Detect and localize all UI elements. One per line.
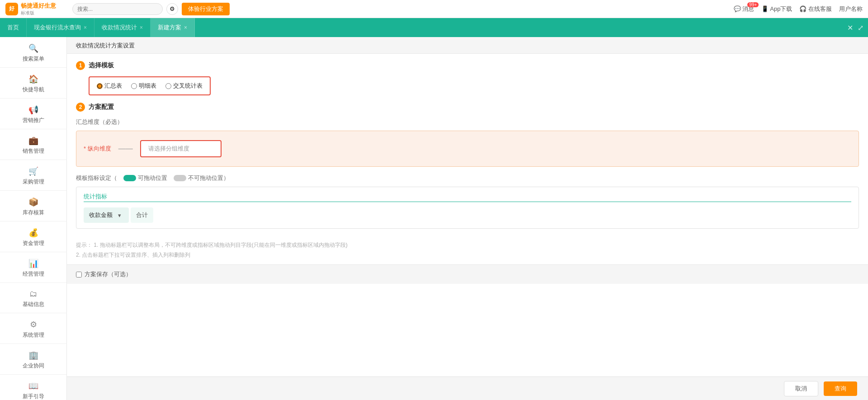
logo-area: 好 畅捷通好生意 标准版 bbox=[5, 2, 72, 16]
radio-detail-input[interactable] bbox=[131, 83, 137, 89]
system-icon: ⚙ bbox=[30, 320, 37, 329]
radio-cross-input[interactable] bbox=[165, 83, 171, 89]
sidebar-item-sales[interactable]: 💼 销售管理 bbox=[0, 129, 66, 160]
sidebar-item-home-label: 快捷导航 bbox=[23, 86, 44, 94]
home-icon: 🏠 bbox=[28, 74, 38, 84]
tab-cashflow-close[interactable]: × bbox=[84, 24, 87, 31]
sidebar-item-search-label: 搜索菜单 bbox=[23, 55, 44, 63]
step2-number: 2 bbox=[76, 103, 85, 112]
sidebar-item-management-label: 经营管理 bbox=[23, 270, 44, 278]
step1-label: 1 选择模板 bbox=[76, 61, 859, 70]
radio-detail-label: 明细表 bbox=[139, 82, 156, 90]
tab-newplan-label: 新建方案 bbox=[158, 24, 181, 32]
purchase-icon: 🛒 bbox=[28, 166, 38, 176]
page-header: 收款情况统计方案设置 bbox=[67, 37, 868, 54]
tab-home[interactable]: 首页 bbox=[0, 18, 27, 37]
dim-select-box[interactable]: 请选择分组维度 bbox=[140, 140, 222, 157]
sidebar-item-enterprise-label: 企业协同 bbox=[23, 362, 44, 370]
enterprise-icon: 🏢 bbox=[28, 350, 38, 360]
guide-icon: 📖 bbox=[28, 381, 38, 391]
tab-home-label: 首页 bbox=[7, 24, 19, 32]
search-icon: 🔍 bbox=[28, 43, 38, 53]
non-draggable-label: 不可拖动位置） bbox=[188, 174, 229, 182]
top-icon-group: 💬 99+ 消息 📱 App下载 🎧 在线客服 用户名称 bbox=[734, 5, 863, 13]
tab-cashflow[interactable]: 现金银行流水查询 × bbox=[27, 18, 94, 37]
marketing-icon: 📢 bbox=[28, 105, 38, 115]
sidebar-item-finance[interactable]: 💰 资金管理 bbox=[0, 221, 66, 252]
tab-receipt[interactable]: 收款情况统计 × bbox=[94, 18, 151, 37]
settings-button[interactable]: ⚙ bbox=[166, 3, 178, 15]
sidebar: 🔍 搜索菜单 🏠 快捷导航 📢 营销推广 💼 销售管理 🛒 采购管理 📦 库存核… bbox=[0, 37, 67, 400]
draggable-indicator bbox=[123, 175, 136, 181]
sidebar-item-purchase[interactable]: 🛒 采购管理 bbox=[0, 160, 66, 191]
sidebar-item-marketing[interactable]: 📢 营销推广 bbox=[0, 99, 66, 129]
vertical-dim-label: * 纵向维度 bbox=[84, 145, 111, 153]
page-wrap: 收款情况统计方案设置 1 选择模板 汇总表 明 bbox=[67, 37, 868, 376]
download-area[interactable]: 📱 App下载 bbox=[761, 5, 792, 13]
dim-arrow: —— bbox=[118, 145, 133, 153]
content-area: 收款情况统计方案设置 1 选择模板 汇总表 明 bbox=[67, 37, 868, 400]
radio-summary-input[interactable] bbox=[97, 83, 103, 89]
tab-receipt-label: 收款情况统计 bbox=[102, 24, 137, 32]
step2-title: 方案配置 bbox=[89, 103, 114, 111]
breadcrumb: 收款情况统计方案设置 bbox=[76, 42, 135, 49]
sidebar-item-inventory-label: 库存核算 bbox=[23, 209, 44, 216]
logo-badge: 标准版 bbox=[21, 10, 56, 16]
inventory-icon: 📦 bbox=[28, 197, 38, 207]
sidebar-item-system-label: 系统管理 bbox=[23, 331, 44, 339]
save-label: 方案保存（可选） bbox=[85, 270, 132, 278]
sidebar-item-system[interactable]: ⚙ 系统管理 bbox=[0, 313, 66, 344]
tab-maximize[interactable]: ⤢ bbox=[858, 24, 863, 32]
metric-section: 模板指标设定（ 可拖动位置 不可拖动位置） 统计指标 收款 bbox=[76, 174, 859, 229]
sidebar-item-basic[interactable]: 🗂 基础信息 bbox=[0, 283, 66, 313]
tab-newplan-close[interactable]: × bbox=[184, 24, 187, 31]
sidebar-item-guide[interactable]: 📖 新手引导 bbox=[0, 375, 66, 400]
tab-bar-actions: ✕ ⤢ bbox=[843, 18, 868, 37]
tab-newplan[interactable]: 新建方案 × bbox=[151, 18, 195, 37]
sidebar-item-finance-label: 资金管理 bbox=[23, 240, 44, 247]
metric-card-dropdown-icon[interactable]: ▾ bbox=[118, 208, 125, 222]
metric-sub: 合计 bbox=[131, 207, 153, 223]
search-input[interactable] bbox=[72, 3, 163, 15]
step1-section: 1 选择模板 汇总表 明细表 bbox=[67, 54, 868, 103]
template-radio-group: 汇总表 明细表 交叉统计表 bbox=[97, 82, 203, 90]
cancel-button[interactable]: 取消 bbox=[784, 381, 818, 396]
basic-icon: 🗂 bbox=[29, 289, 38, 299]
finance-icon: 💰 bbox=[28, 228, 38, 238]
sidebar-item-management[interactable]: 📊 经营管理 bbox=[0, 252, 66, 283]
dimension-title: 汇总维度（必选） bbox=[76, 118, 859, 126]
radio-cross[interactable]: 交叉统计表 bbox=[165, 82, 203, 90]
query-button[interactable]: 查询 bbox=[824, 381, 857, 396]
sidebar-item-inventory[interactable]: 📦 库存核算 bbox=[0, 191, 66, 221]
sidebar-item-enterprise[interactable]: 🏢 企业协同 bbox=[0, 344, 66, 375]
draggable-legend: 可拖动位置 bbox=[123, 174, 167, 182]
template-section: 汇总表 明细表 交叉统计表 bbox=[89, 76, 211, 95]
sidebar-item-home[interactable]: 🏠 快捷导航 bbox=[0, 68, 66, 99]
user-name[interactable]: 用户名称 bbox=[839, 5, 863, 13]
metric-group-title: 统计指标 bbox=[84, 193, 851, 202]
tab-close-window[interactable]: ✕ bbox=[847, 24, 853, 32]
footer-bar: 取消 查询 bbox=[67, 376, 868, 400]
message-icon: 💬 bbox=[734, 5, 741, 12]
sidebar-item-purchase-label: 采购管理 bbox=[23, 178, 44, 186]
step1-number: 1 bbox=[76, 61, 85, 70]
metric-card-label: 收款金额 bbox=[84, 207, 118, 223]
sidebar-item-basic-label: 基础信息 bbox=[23, 301, 44, 308]
message-area[interactable]: 💬 99+ 消息 bbox=[734, 5, 755, 13]
industry-button[interactable]: 体验行业方案 bbox=[182, 3, 230, 15]
tip-2: 2. 点击标题栏下拉可设置排序、插入列和删除列 bbox=[76, 250, 859, 260]
sidebar-item-marketing-label: 营销推广 bbox=[23, 117, 44, 124]
service-area[interactable]: 🎧 在线客服 bbox=[799, 5, 832, 13]
metric-card[interactable]: 收款金额 ▾ bbox=[84, 207, 129, 223]
radio-summary[interactable]: 汇总表 bbox=[97, 82, 122, 90]
step1-title: 选择模板 bbox=[89, 61, 114, 70]
tab-bar: 首页 现金银行流水查询 × 收款情况统计 × 新建方案 × ✕ ⤢ bbox=[0, 18, 868, 37]
radio-detail[interactable]: 明细表 bbox=[131, 82, 156, 90]
save-checkbox[interactable] bbox=[76, 272, 82, 278]
logo-text: 畅捷通好生意 bbox=[21, 2, 56, 10]
logo-icon: 好 bbox=[5, 3, 18, 15]
top-bar: 好 畅捷通好生意 标准版 ⚙ 体验行业方案 💬 99+ 消息 📱 App下载 🎧… bbox=[0, 0, 868, 18]
sidebar-item-search[interactable]: 🔍 搜索菜单 bbox=[0, 37, 66, 68]
metric-table: 统计指标 收款金额 ▾ 合计 bbox=[76, 187, 859, 229]
tab-receipt-close[interactable]: × bbox=[140, 24, 143, 31]
